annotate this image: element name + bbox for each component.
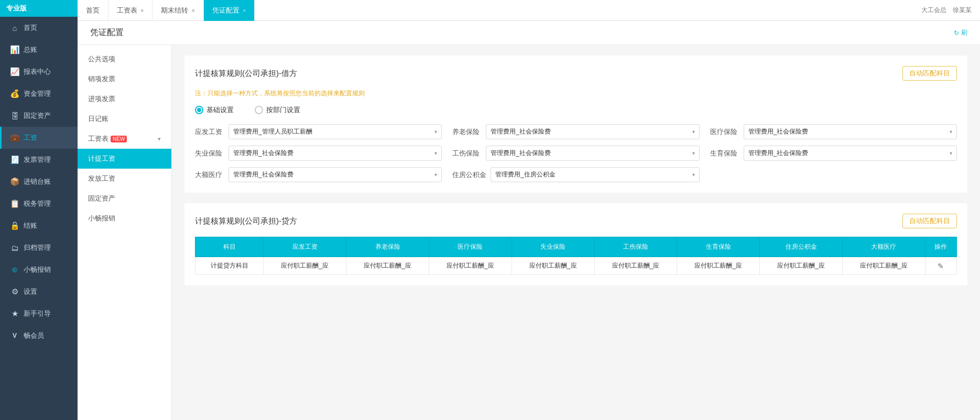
tab-salary-table[interactable]: 工资表 × — [108, 0, 153, 21]
radio-basic-circle — [195, 106, 203, 114]
sidebar-item-report[interactable]: 📈 报表中心 — [0, 61, 78, 83]
refresh-label: 刷 — [961, 28, 967, 37]
sidebar-label-ledger: 总账 — [24, 45, 37, 54]
home-icon: ⌂ — [10, 24, 19, 32]
ledger-icon: 📊 — [10, 45, 19, 54]
tab-period-close-close[interactable]: × — [191, 7, 194, 14]
tab-salary-table-close[interactable]: × — [140, 7, 144, 14]
sidebar-label-invoice: 发票管理 — [24, 155, 51, 164]
label-yingfagongzi: 应发工资 — [195, 127, 224, 137]
credit-table: 科目 应发工资 养老保险 医疗保险 失业保险 工伤保险 生育保险 住房公积金 大… — [195, 237, 957, 275]
form-row-yiliao: 医疗保险 管理费用_社会保险费 ▾ — [710, 124, 957, 139]
nav-calc-salary[interactable]: 计提工资 — [78, 149, 171, 169]
refresh-button[interactable]: ↻ 刷 — [954, 28, 967, 37]
tax-icon: 📋 — [10, 199, 19, 208]
nav-public-options[interactable]: 公共选项 — [78, 49, 171, 69]
th-gongjijin: 住房公积金 — [760, 237, 843, 257]
tab-voucher-config-close[interactable]: × — [243, 7, 246, 14]
form-row-yingfagongzi: 应发工资 管理费用_管理人员职工薪酬 ▾ — [195, 124, 442, 139]
th-shiye: 失业保险 — [511, 237, 594, 257]
sidebar-item-settings[interactable]: ⚙ 设置 — [0, 281, 78, 303]
label-shiye: 失业保险 — [195, 149, 224, 158]
td-action[interactable]: ✎ — [925, 257, 956, 275]
newuser-icon: ★ — [10, 309, 19, 318]
label-shengyu: 生育保险 — [710, 149, 739, 158]
debit-auto-match-button[interactable]: 自动匹配科目 — [902, 66, 957, 81]
select-gongshang-arrow: ▾ — [692, 150, 695, 156]
tab-salary-table-label: 工资表 — [117, 6, 137, 15]
tab-voucher-config-label: 凭证配置 — [212, 6, 239, 15]
td-yingfa: 应付职工薪酬_应 — [264, 257, 346, 275]
xcreport-icon: © — [10, 266, 19, 274]
select-yingfagongzi[interactable]: 管理费用_管理人员职工薪酬 ▾ — [228, 124, 442, 139]
nav-cancel-invoice[interactable]: 销项发票 — [78, 69, 171, 89]
sidebar-item-tax[interactable]: 📋 税务管理 — [0, 193, 78, 215]
sidebar-item-closing[interactable]: 🔒 结账 — [0, 215, 78, 237]
th-subject: 科目 — [195, 237, 264, 257]
closing-icon: 🔒 — [10, 221, 19, 230]
form-row-shengyu: 生育保险 管理费用_社会保险费 ▾ — [710, 146, 957, 161]
nav-input-invoice[interactable]: 进项发票 — [78, 89, 171, 109]
select-gongshang[interactable]: 管理费用_社会保险费 ▾ — [486, 146, 699, 161]
expand-icon: ▾ — [158, 136, 161, 142]
nav-salary-table[interactable]: 工资表 NEW ▾ — [78, 129, 171, 149]
select-yiliao-text: 管理费用_社会保险费 — [748, 127, 950, 136]
sidebar-item-salary[interactable]: 💼 工资 — [0, 127, 78, 149]
enterprise-name: 大工会总 — [921, 6, 946, 15]
page-title: 凭证配置 — [90, 27, 124, 38]
td-shengyu: 应付职工薪酬_应 — [677, 257, 760, 275]
form-row-gongjijin: 住房公积金 管理费用_住房公积金 ▾ — [452, 167, 699, 182]
td-yiliao: 应付职工薪酬_应 — [429, 257, 512, 275]
tab-voucher-config[interactable]: 凭证配置 × — [204, 0, 255, 21]
label-yanglao: 养老保险 — [452, 127, 482, 137]
select-shiye[interactable]: 管理费用_社会保险费 ▾ — [228, 146, 442, 161]
sidebar-label-closing: 结账 — [24, 221, 37, 230]
select-gongjijin-arrow: ▾ — [692, 172, 695, 178]
sidebar-item-newuser[interactable]: ★ 新手引导 — [0, 303, 78, 325]
select-shengyu[interactable]: 管理费用_社会保险费 ▾ — [744, 146, 957, 161]
sidebar-item-member[interactable]: V 畅会员 — [0, 325, 78, 347]
sidebar-item-ledger[interactable]: 📊 总账 — [0, 39, 78, 61]
select-daeyiliao[interactable]: 管理费用_社会保险费 ▾ — [228, 167, 442, 182]
sidebar-label-report: 报表中心 — [24, 67, 51, 76]
user-name: 徐某某 — [953, 6, 972, 15]
nav-journal[interactable]: 日记账 — [78, 109, 171, 129]
select-shengyu-text: 管理费用_社会保险费 — [748, 149, 950, 158]
radio-basic[interactable]: 基础设置 — [195, 105, 234, 115]
invoice-icon: 🧾 — [10, 155, 19, 164]
main-content: 计提核算规则(公司承担)-借方 自动匹配科目 注：只能选择一种方式，系统将按照您… — [172, 45, 980, 420]
nav-issue-salary[interactable]: 发放工资 — [78, 169, 171, 189]
td-subject: 计提贷方科目 — [195, 257, 264, 275]
nav-fixed-assets[interactable]: 固定资产 — [78, 189, 171, 208]
th-shengyu: 生育保险 — [677, 237, 760, 257]
tab-period-close[interactable]: 期末结转 × — [153, 0, 203, 21]
sidebar-item-home[interactable]: ⌂ 首页 — [0, 17, 78, 39]
asset-icon: 🗄 — [10, 112, 19, 120]
td-gongjijin: 应付职工薪酬_应 — [760, 257, 843, 275]
credit-auto-match-button[interactable]: 自动匹配科目 — [902, 214, 957, 228]
select-daeyiliao-arrow: ▾ — [434, 172, 437, 178]
select-yanglao[interactable]: 管理费用_社会保险费 ▾ — [486, 124, 699, 139]
sidebar-item-xcreport[interactable]: © 小畅报销 — [0, 259, 78, 281]
select-shiye-text: 管理费用_社会保险费 — [233, 149, 434, 158]
refresh-icon: ↻ — [954, 29, 959, 37]
th-yanglao: 养老保险 — [346, 237, 429, 257]
table-row: 计提贷方科目 应付职工薪酬_应 应付职工薪酬_应 应付职工薪酬_应 应付职工薪酬… — [195, 257, 957, 275]
form-row-daeyiliao: 大额医疗 管理费用_社会保险费 ▾ — [195, 167, 442, 182]
radio-dept[interactable]: 按部门设置 — [255, 105, 300, 115]
tab-home[interactable]: 首页 — [78, 0, 108, 21]
nav-xc-expense[interactable]: 小畅报销 — [78, 208, 171, 228]
td-daeyiliao: 应付职工薪酬_应 — [843, 257, 925, 275]
edit-icon[interactable]: ✎ — [938, 262, 944, 270]
sidebar-item-fund[interactable]: 💰 资金管理 — [0, 83, 78, 105]
form-row-shiye: 失业保险 管理费用_社会保险费 ▾ — [195, 146, 442, 161]
sidebar-item-asset[interactable]: 🗄 固定资产 — [0, 105, 78, 127]
sidebar-item-archive[interactable]: 🗂 归档管理 — [0, 237, 78, 259]
tab-bar: 首页 工资表 × 期末结转 × 凭证配置 × 大工会总 徐某某 — [78, 0, 980, 21]
select-gongjijin[interactable]: 管理费用_住房公积金 ▾ — [491, 167, 699, 182]
sidebar-item-stock[interactable]: 📦 进销台账 — [0, 171, 78, 193]
sidebar-item-invoice[interactable]: 🧾 发票管理 — [0, 149, 78, 171]
stock-icon: 📦 — [10, 177, 19, 186]
sidebar-label-member: 畅会员 — [24, 331, 44, 340]
select-yiliao[interactable]: 管理费用_社会保险费 ▾ — [744, 124, 957, 139]
